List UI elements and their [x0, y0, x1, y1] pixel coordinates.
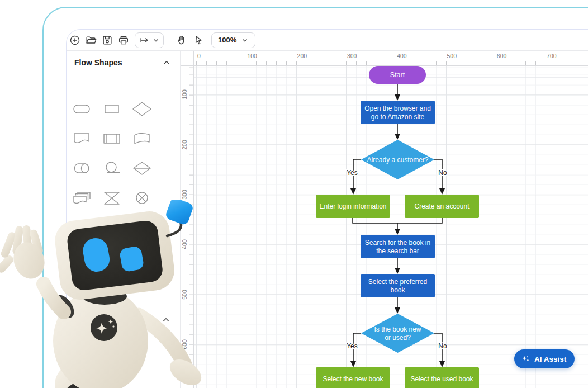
ruler-label: 400	[181, 236, 190, 253]
ruler-label: 300	[181, 186, 190, 203]
flow-node-select-used[interactable]: Select the used book	[405, 367, 479, 388]
shape-decision[interactable]	[130, 99, 154, 119]
ruler-label: 100	[247, 53, 257, 59]
ruler-label: 700	[547, 53, 557, 59]
horizontal-ruler: 0100200300400500600700	[194, 51, 588, 66]
flow-arrowhead	[350, 188, 356, 195]
shape-predefined-process[interactable]	[99, 129, 124, 149]
cursor-icon	[192, 34, 204, 46]
shape-terminator[interactable]	[69, 99, 94, 119]
flow-arrowhead	[439, 188, 445, 195]
ruler-label: 500	[447, 53, 457, 59]
canvas-region: 0100200300400500600700 10020030040050060…	[181, 51, 588, 388]
shape-internal-storage[interactable]	[99, 217, 124, 238]
save-icon	[101, 34, 113, 46]
shape-loop-limit[interactable]	[99, 158, 124, 178]
zoom-value: 100%	[218, 36, 236, 44]
shape-process[interactable]	[99, 99, 124, 119]
ruler-label: 0	[197, 53, 201, 59]
save-button[interactable]	[100, 33, 115, 48]
sparkles-icon	[521, 354, 530, 364]
connector-style-dropdown[interactable]	[135, 32, 164, 48]
shape-summing-junction[interactable]	[130, 188, 154, 208]
flow-branch-label: No	[438, 342, 447, 350]
flow-branch-label: Yes	[347, 342, 358, 350]
svg-text:Create an account: Create an account	[414, 202, 470, 210]
ai-assist-button[interactable]: AI Assist	[514, 349, 575, 368]
flow-node-select-new[interactable]: Select the new book	[316, 367, 390, 388]
connector-arrow-icon	[139, 34, 151, 46]
diagram-canvas[interactable]: StartOpen the browser andgo to Amazon si…	[194, 66, 588, 388]
print-button[interactable]	[116, 33, 131, 48]
flow-arrowhead	[395, 134, 400, 140]
flow-node-open-browser[interactable]: Open the browser andgo to Amazon site	[361, 101, 435, 124]
flow-arrowhead	[439, 361, 445, 367]
svg-text:Select the new book: Select the new book	[323, 375, 383, 383]
shape-document[interactable]	[69, 129, 94, 149]
sidebar-header: Flow Shapes	[67, 51, 180, 67]
svg-text:Enter login information: Enter login information	[319, 202, 386, 210]
ruler-label: 300	[347, 53, 357, 59]
ruler-label: 500	[181, 286, 190, 303]
chevron-up-icon[interactable]	[162, 58, 171, 67]
toolbar-divider	[169, 34, 169, 46]
diagram-app-window: 100% Flow Shapes 0100200300400500600700 …	[66, 29, 588, 388]
ruler-label: 100	[181, 86, 190, 103]
ai-assist-label: AI Assist	[534, 355, 566, 363]
flow-arrowhead	[395, 229, 400, 235]
flow-connector	[353, 218, 397, 223]
hand-icon	[176, 34, 188, 46]
flow-branch-label: Yes	[347, 169, 358, 177]
svg-text:Already a customer?: Already a customer?	[367, 156, 428, 164]
shape-merge[interactable]	[130, 217, 154, 238]
flow-node-new-or-used[interactable]: Is the book newor used?	[361, 314, 434, 353]
flow-node-start[interactable]: Start	[369, 66, 426, 84]
flow-node-already-customer[interactable]: Already a customer?	[361, 140, 434, 179]
ruler-label: 200	[297, 53, 307, 59]
flow-node-create-account[interactable]: Create an account	[405, 195, 479, 218]
toolbar: 100%	[67, 30, 588, 51]
ruler-label: 600	[181, 336, 190, 353]
printer-icon	[117, 34, 130, 46]
flow-node-select-preferred[interactable]: Select the preferredbook	[361, 274, 435, 297]
shape-palette	[67, 94, 157, 242]
flow-node-search-book[interactable]: Search for the book inthe search bar	[361, 235, 435, 258]
vertical-ruler: 100200300400500600	[181, 66, 194, 388]
shapes-sidebar: Flow Shapes	[67, 51, 181, 388]
open-button[interactable]	[84, 33, 98, 48]
flow-arrowhead	[350, 361, 356, 367]
select-tool-button[interactable]	[191, 33, 205, 48]
flowchart: StartOpen the browser andgo to Amazon si…	[194, 66, 588, 388]
flow-branch-label: No	[438, 169, 447, 177]
shape-card[interactable]	[130, 129, 154, 149]
flow-arrowhead	[395, 307, 400, 314]
shape-or-junction[interactable]	[69, 217, 94, 238]
svg-text:Start: Start	[390, 71, 405, 79]
chevron-up-icon[interactable]	[162, 315, 170, 324]
ruler-label: 600	[497, 53, 507, 59]
zoom-dropdown[interactable]: 100%	[211, 32, 255, 48]
ruler-label: 200	[181, 136, 190, 153]
ruler-label: 400	[397, 53, 407, 59]
shape-stored-data[interactable]	[69, 158, 94, 178]
shape-collate[interactable]	[99, 188, 124, 208]
flow-arrowhead	[395, 94, 400, 101]
shape-prepare[interactable]	[130, 158, 154, 178]
folder-icon	[85, 34, 97, 46]
shape-multi-document[interactable]	[69, 188, 94, 208]
flow-connector	[397, 218, 442, 223]
sidebar-title: Flow Shapes	[74, 58, 122, 67]
svg-text:Select the used book: Select the used book	[410, 375, 473, 383]
ruler-ticks	[194, 61, 588, 65]
chevron-down-icon	[152, 36, 160, 44]
robot-left-hand	[0, 225, 49, 282]
ruler-corner	[181, 51, 194, 66]
svg-text:Open the browser andgo to Amaz: Open the browser andgo to Amazon site	[364, 105, 431, 121]
flow-node-enter-login[interactable]: Enter login information	[316, 195, 390, 218]
plus-circle-icon	[69, 34, 81, 46]
pan-tool-button[interactable]	[174, 33, 189, 48]
new-button[interactable]	[68, 33, 82, 48]
chevron-down-icon	[241, 36, 249, 44]
flow-arrowhead	[395, 268, 400, 274]
